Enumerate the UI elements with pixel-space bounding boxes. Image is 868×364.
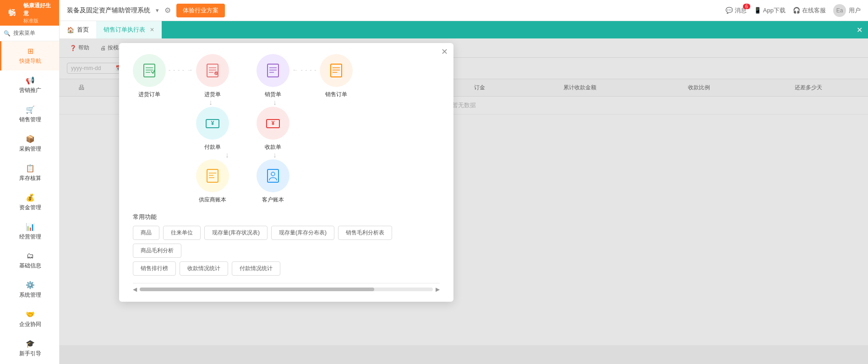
operations-icon: 📊 [26, 223, 35, 231]
svg-text:¥: ¥ [271, 120, 274, 126]
sales-slip-node[interactable]: 销货单 [257, 54, 289, 98]
receipt-row: ¥ 收款单 [257, 107, 353, 151]
customer-node[interactable]: 客户账本 [257, 159, 289, 204]
purchase-order-node[interactable]: 进货订单 [133, 54, 166, 98]
scrollbar-track[interactable] [140, 288, 433, 291]
tab-close-icon[interactable]: ✕ [150, 27, 154, 33]
purchase-slip-circle: ✓ [196, 54, 229, 87]
app-download[interactable]: 📱 App下载 [754, 6, 786, 15]
sidebar-item-inventory[interactable]: 📋 库存核算 [0, 158, 59, 188]
flow-col-right: 销货单 ← - - - - [257, 54, 353, 204]
sidebar-item-baseinfo[interactable]: 🗂 基础信息 [0, 246, 59, 275]
sidebar: 畅 畅康通好生意 标准版 🔍 搜索菜单 ⊞ 快捷导航 📢 营销推广 🛒 销售管理 [0, 0, 60, 364]
tab-home-label: 首页 [77, 26, 89, 34]
user-profile[interactable]: Ea 用户 [833, 4, 861, 17]
sidebar-item-label: 销售管理 [19, 116, 41, 124]
arrow-down-1: ↓ [133, 98, 229, 107]
sales-slip-icon [265, 62, 281, 79]
purchase-slip-node[interactable]: ✓ 进货单 [196, 54, 229, 98]
sidebar-item-quick-nav[interactable]: ⊞ 快捷导航 [0, 41, 59, 71]
func-btn-contacts[interactable]: 往来单位 [163, 226, 201, 240]
customer-label: 客户账本 [262, 196, 284, 204]
guide-icon: 🎓 [26, 339, 35, 348]
topbar-dropdown-icon[interactable]: ▾ [156, 7, 159, 14]
sidebar-item-operations[interactable]: 📊 经营管理 [0, 217, 59, 246]
logo: 畅 畅康通好生意 标准版 [0, 0, 59, 26]
system-icon: ⚙️ [26, 281, 35, 289]
receipt-icon: ¥ [265, 115, 281, 131]
online-service[interactable]: 🎧 在线客服 [793, 6, 826, 15]
payment-label: 付款单 [204, 143, 221, 151]
sidebar-search[interactable]: 🔍 搜索菜单 [0, 26, 59, 41]
online-service-label: 在线客服 [802, 6, 826, 15]
sidebar-item-marketing[interactable]: 📢 营销推广 [0, 71, 59, 100]
arrow-down-4: ↓ [257, 151, 353, 159]
purchase-slip-label: 进货单 [204, 91, 221, 98]
func-buttons-row2: 销售排行榜 收款情况统计 付款情况统计 [133, 261, 440, 276]
supplier-row: 供应商账本 [133, 159, 229, 204]
phone-icon: 📱 [754, 7, 761, 14]
customer-row: 客户账本 [257, 159, 353, 204]
purchase-order-icon [141, 62, 158, 79]
content-area: ❓ 帮助 🖨 按模板打印 ▾ ⬆ 导出 ↻ 刷新 [60, 38, 868, 364]
sales-order-node[interactable]: 销售订单 [320, 54, 353, 98]
func-btn-receipt-stats[interactable]: 收款情况统计 [180, 261, 228, 276]
svg-rect-18 [267, 64, 278, 77]
func-btn-stock-status[interactable]: 现存量(库存状况表) [204, 226, 267, 240]
message-badge[interactable]: 💬 消息 6 [726, 6, 747, 15]
tabbar-close-all[interactable]: ✕ [851, 21, 868, 38]
func-btn-payment-stats[interactable]: 付款情况统计 [232, 261, 280, 276]
sidebar-item-label: 基础信息 [19, 262, 41, 270]
headset-icon: 🎧 [793, 7, 800, 14]
user-label: 用户 [849, 6, 861, 15]
sidebar-item-sales[interactable]: 🛒 销售管理 [0, 100, 59, 129]
purchase-slip-icon: ✓ [204, 62, 221, 79]
enterprise-icon: 🤝 [26, 310, 35, 319]
search-icon: 🔍 [4, 30, 11, 37]
scroll-left-icon[interactable]: ◀ [133, 286, 137, 293]
func-btn-product[interactable]: 商品 [133, 226, 159, 240]
trial-button[interactable]: 体验行业方案 [176, 4, 225, 17]
sidebar-item-label: 系统管理 [19, 291, 41, 299]
payment-node[interactable]: ¥ 付款单 [196, 107, 229, 151]
sidebar-item-label: 资金管理 [19, 204, 41, 212]
func-btn-stock-dist[interactable]: 现存量(库存分布表) [271, 226, 334, 240]
tab-home[interactable]: 🏠 首页 [60, 21, 96, 38]
message-count: 6 [743, 4, 750, 9]
dashed-arrow-2: ← - - - - [289, 66, 320, 73]
sidebar-item-label: 库存核算 [19, 174, 41, 182]
svg-point-29 [271, 172, 275, 176]
sidebar-item-enterprise[interactable]: 🤝 企业协同 [0, 304, 59, 334]
sidebar-item-finance[interactable]: 💰 资金管理 [0, 188, 59, 217]
supplier-circle [196, 159, 229, 192]
supplier-node[interactable]: 供应商账本 [196, 159, 229, 204]
tab-sales-order-exec[interactable]: 销售订单执行表 ✕ [96, 21, 162, 38]
sales-slip-circle [257, 54, 289, 87]
quick-nav-icon: ⊞ [27, 47, 33, 55]
sidebar-nav: ⊞ 快捷导航 📢 营销推广 🛒 销售管理 📦 采购管理 📋 库存核算 💰 [0, 41, 59, 364]
func-btn-product-profit[interactable]: 商品毛利分析 [133, 244, 181, 258]
arrow-down-2: ↓ [133, 151, 229, 159]
popup-overlay[interactable]: ✕ [60, 38, 868, 364]
purchase-order-circle [133, 54, 166, 87]
scroll-right-icon[interactable]: ▶ [436, 286, 440, 293]
receipt-node[interactable]: ¥ 收款单 [257, 107, 289, 151]
settings-icon[interactable]: ⚙ [164, 6, 171, 15]
system-title: 装备及固定资产辅助管理系统 [67, 6, 150, 15]
purchase-order-label: 进货订单 [138, 91, 160, 98]
popup-close-icon[interactable]: ✕ [441, 47, 448, 57]
sidebar-item-system[interactable]: ⚙️ 系统管理 [0, 275, 59, 304]
customer-icon [265, 168, 281, 184]
sales-order-circle [320, 54, 353, 87]
sidebar-item-purchase[interactable]: 📦 采购管理 [0, 129, 59, 158]
search-label: 搜索菜单 [13, 29, 35, 37]
marketing-icon: 📢 [26, 76, 35, 85]
sidebar-item-guide[interactable]: 🎓 新手引导 [0, 334, 59, 363]
payment-circle: ¥ [196, 107, 229, 140]
func-btn-sales-profit[interactable]: 销售毛利分析表 [338, 226, 392, 240]
inventory-icon: 📋 [26, 164, 35, 173]
svg-text:畅: 畅 [8, 9, 16, 16]
purchase-icon: 📦 [26, 135, 35, 143]
func-btn-sales-rank[interactable]: 销售排行榜 [133, 261, 176, 276]
svg-rect-14 [207, 169, 218, 182]
